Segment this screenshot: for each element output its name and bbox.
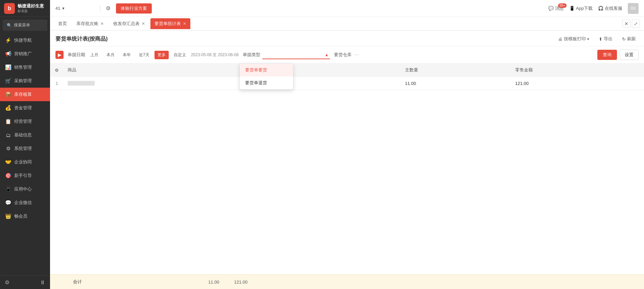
- guide-icon: 🎯: [5, 172, 11, 179]
- app-download-btn[interactable]: 📱 App下载: [569, 5, 593, 12]
- sidebar-footer: ⚙ ⏸: [0, 275, 50, 289]
- sidebar-item-collab[interactable]: 🤝 企业协同: [0, 155, 50, 169]
- app-logo-text: 畅捷通好生意 标准版: [18, 3, 44, 14]
- data-table: ⚙ 商品 主计量单位 主数量 零售金额 1: [50, 64, 644, 90]
- filter-bar: ▶ 单据日期 上月 本月 本年 近7天 更多 自定义 2023-05-06 至 …: [50, 46, 644, 64]
- tab-batch-close[interactable]: ✕: [100, 21, 104, 26]
- export-icon: ⬆: [599, 37, 602, 42]
- dropdown-item-order[interactable]: 要货单要货: [240, 64, 293, 76]
- sidebar-item-guide[interactable]: 🎯 新手引导: [0, 169, 50, 182]
- query-btn[interactable]: 查询: [597, 50, 617, 60]
- store-number: 41: [55, 6, 60, 11]
- page-title: 要货单统计表(按商品): [55, 36, 108, 43]
- page-header: 要货单统计表(按商品) 🖨 按模板打印 ▾ ⬆ 导出 ↻ 刷新: [50, 30, 644, 46]
- system-icon: ⚙: [5, 145, 11, 152]
- topbar-actions: 💬 消息 99+ 📱 App下载 🎧 在线客服 Rit: [548, 3, 639, 14]
- printer-icon: 🖨: [558, 37, 563, 42]
- member-icon: 👑: [5, 213, 11, 220]
- refresh-btn[interactable]: ↻ 刷新: [619, 35, 639, 43]
- sidebar-item-purchase[interactable]: 🛒 采购管理: [0, 74, 50, 88]
- search-icon: 🔍: [7, 23, 12, 28]
- table-settings-icon[interactable]: ⚙: [55, 68, 59, 73]
- product-cell: [68, 81, 241, 86]
- tabs-close-btn[interactable]: ✕: [622, 20, 630, 28]
- messages-icon: 💬: [548, 6, 554, 11]
- sidebar-item-basics[interactable]: 🗂 基础信息: [0, 128, 50, 142]
- refresh-icon: ↻: [622, 37, 626, 42]
- type-input-chevron-icon[interactable]: ▲: [325, 52, 329, 57]
- sidebar-logo: b 畅捷通好生意 标准版: [0, 0, 50, 17]
- date-filter-group: 单据日期 上月 本月 本年 近7天 更多 自定义 2023-05-06 至 20…: [68, 51, 239, 59]
- tab-receipts-close[interactable]: ✕: [142, 21, 145, 26]
- filter-actions: 查询 设置: [597, 50, 639, 60]
- tab-order-stats[interactable]: 要货单统计表 ✕: [150, 18, 190, 29]
- date-btn-last-month[interactable]: 上月: [87, 51, 101, 59]
- table-footer: 合计 11.00 121.00: [50, 274, 644, 289]
- sidebar-item-apps[interactable]: 📱 应用中心: [0, 182, 50, 196]
- tabs-bar: 首页 库存批次账 ✕ 收发存汇总表 ✕ 要货单统计表 ✕ ✕ ⤢: [50, 17, 644, 30]
- settings-btn[interactable]: 设置: [620, 50, 639, 60]
- tabs-expand-btn[interactable]: ⤢: [632, 20, 640, 28]
- sidebar-item-inventory[interactable]: 📦 库存核算: [0, 88, 50, 101]
- row-amount: 121.00: [511, 77, 644, 90]
- print-btn[interactable]: 🖨 按模板打印 ▾: [555, 35, 592, 43]
- date-btn-this-year[interactable]: 本年: [120, 51, 134, 59]
- operations-icon: 📋: [5, 118, 11, 125]
- quick-nav-icon: ⚡: [5, 37, 11, 44]
- table-row: 1 块 11.00 121.00: [50, 77, 644, 90]
- product-placeholder: [68, 81, 95, 86]
- export-btn[interactable]: ⬆ 导出: [596, 35, 615, 43]
- sidebar-item-marketing[interactable]: 📢 营销推广: [0, 47, 50, 61]
- sidebar-item-member[interactable]: 👑 畅会员: [0, 209, 50, 223]
- filter-expand-btn[interactable]: ▶: [55, 51, 64, 59]
- date-btn-more[interactable]: 更多: [154, 51, 169, 59]
- tabs-controls: ✕ ⤢: [622, 20, 640, 28]
- headset-icon: 🎧: [598, 6, 603, 11]
- row-quantity: 11.00: [401, 77, 511, 90]
- page-content: 要货单统计表(按商品) 🖨 按模板打印 ▾ ⬆ 导出 ↻ 刷新: [50, 30, 644, 289]
- date-btn-custom[interactable]: 自定义: [171, 51, 189, 59]
- sidebar-item-quick-nav[interactable]: ⚡ 快捷导航: [0, 34, 50, 47]
- footer-quantity: 11.00: [204, 280, 223, 285]
- messages-btn[interactable]: 💬 消息 99+: [548, 5, 564, 12]
- sales-icon: 📊: [5, 64, 11, 71]
- tab-home[interactable]: 首页: [54, 18, 71, 29]
- col-settings[interactable]: ⚙: [50, 64, 64, 77]
- sidebar-item-wechat[interactable]: 💬 企业微信: [0, 196, 50, 209]
- tab-batch[interactable]: 库存批次账 ✕: [72, 18, 108, 29]
- sidebar-item-sales[interactable]: 📊 销售管理: [0, 61, 50, 74]
- trial-btn[interactable]: 体验行业方案: [116, 3, 152, 14]
- page-header-actions: 🖨 按模板打印 ▾ ⬆ 导出 ↻ 刷新: [555, 35, 639, 43]
- date-btn-this-month[interactable]: 本月: [103, 51, 118, 59]
- main-area: 41 ▾ ⚙ 体验行业方案 💬 消息 99+ 📱 App下载 🎧 在线客服 Ri…: [50, 0, 644, 289]
- apps-icon: 📱: [5, 186, 11, 193]
- warehouse-ellipsis-icon[interactable]: ···: [354, 52, 359, 58]
- sidebar-collapse-icon[interactable]: ⏸: [40, 280, 45, 286]
- topbar-store-selector[interactable]: 41 ▾: [55, 6, 96, 11]
- tab-order-stats-close[interactable]: ✕: [183, 21, 186, 26]
- warehouse-filter-group: 要货仓库 ···: [334, 52, 359, 58]
- sidebar-item-finance[interactable]: 💰 资金管理: [0, 101, 50, 115]
- type-dropdown: 要货单要货 要货单退货: [239, 63, 293, 90]
- row-product: [64, 77, 245, 90]
- sidebar-nav: ⚡ 快捷导航 📢 营销推广 📊 销售管理 🛒 采购管理 📦 库存核算 💰 资金管…: [0, 34, 50, 275]
- purchase-icon: 🛒: [5, 77, 11, 84]
- sidebar-search[interactable]: 🔍 搜索菜单: [3, 20, 47, 31]
- date-btn-last-7[interactable]: 近7天: [136, 51, 152, 59]
- inventory-icon: 📦: [5, 91, 11, 98]
- app-download-icon: 📱: [569, 6, 575, 11]
- sidebar-item-system[interactable]: ⚙ 系统管理: [0, 142, 50, 155]
- topbar-settings-icon[interactable]: ⚙: [104, 4, 112, 13]
- sidebar-item-operations[interactable]: 📋 经营管理: [0, 115, 50, 128]
- type-input[interactable]: [262, 51, 330, 59]
- online-service-btn[interactable]: 🎧 在线客服: [598, 5, 622, 12]
- topbar: 41 ▾ ⚙ 体验行业方案 💬 消息 99+ 📱 App下载 🎧 在线客服 Ri…: [50, 0, 644, 17]
- store-chevron-icon: ▾: [62, 6, 65, 11]
- sidebar-settings-icon[interactable]: ⚙: [5, 279, 9, 286]
- col-quantity: 主数量: [401, 64, 511, 77]
- user-avatar[interactable]: Rit: [628, 3, 639, 14]
- col-amount: 零售金额: [511, 64, 644, 77]
- tab-receipts[interactable]: 收发存汇总表 ✕: [109, 18, 149, 29]
- messages-badge: 99+: [558, 3, 567, 8]
- dropdown-item-return[interactable]: 要货单退货: [240, 76, 293, 89]
